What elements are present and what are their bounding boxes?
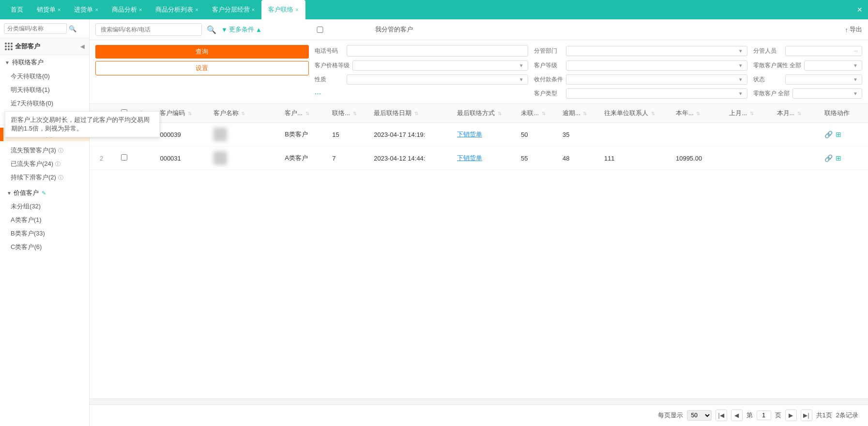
row2-history: 111 [600, 147, 672, 170]
grade-chevron: ▼ [738, 63, 743, 68]
my-customer-check[interactable] [267, 27, 373, 33]
sort-icon: ⇅ [188, 111, 192, 116]
sidebar-item-already-lost[interactable]: 已流失客户(24) ⓘ [0, 157, 89, 171]
value-triangle-icon: ▼ [7, 191, 12, 196]
cust-type-select[interactable]: ▼ [566, 88, 747, 99]
status-select[interactable]: ▼ [785, 74, 862, 85]
col-lastway-header[interactable]: 最后联络方式 ⇅ [453, 104, 517, 123]
prev-page-btn[interactable]: ◀ [731, 410, 743, 421]
nav-home[interactable]: 首页 [4, 0, 30, 19]
row2-action-icons: 🔗 ⊞ [824, 154, 864, 162]
search-input[interactable] [95, 23, 202, 36]
row1-lastway[interactable]: 下销货单 [453, 123, 517, 147]
sidebar-search-icon[interactable]: 🔍 [69, 25, 76, 32]
all-customers-header[interactable]: 全部客户 ◀ [0, 38, 89, 55]
row2-grid-icon[interactable]: ⊞ [836, 154, 841, 162]
export-icon: ↑ [845, 26, 849, 33]
row1-lastway-link[interactable]: 下销货单 [457, 131, 482, 138]
horizontal-scrollbar[interactable] [90, 398, 868, 404]
nav-customer-segment[interactable]: 客户分层经营 × [205, 0, 261, 19]
nav-sales[interactable]: 销货单 × [30, 0, 67, 19]
sidebar-item-ungroup[interactable]: 未分组(32) [0, 200, 89, 213]
row2-check[interactable] [113, 147, 135, 170]
col-contact-header[interactable]: 联络... ⇅ [328, 104, 370, 123]
nav-analysis-list[interactable]: 商品分析列表 × [149, 0, 205, 19]
row1-thisyear [672, 123, 725, 147]
row2-contact: 7 [328, 147, 370, 170]
sidebar-item-a-class[interactable]: A类客户(1) [0, 213, 89, 227]
row2-lastmonth [725, 147, 773, 170]
price-grade-select[interactable]: ▼ [352, 60, 528, 71]
main-layout: 🔍 全部客户 ◀ ▼ 待联络客户 今天待联络(0) 明天待联络(1) 近7天待联… [0, 19, 868, 426]
col-uncontact-header[interactable]: 未联... ⇅ [517, 104, 559, 123]
manager-select[interactable]: ··· [785, 46, 862, 56]
settings-button[interactable]: 设置 [95, 61, 309, 75]
sidebar-item-7days[interactable]: 近7天待联络(0) [0, 97, 89, 110]
value-group-header[interactable]: ▼ 价值客户 ✎ [0, 186, 89, 200]
page-number-input[interactable] [757, 411, 771, 420]
row1-grid-icon[interactable]: ⊞ [836, 131, 841, 138]
col-overdue-header[interactable]: 逾期... ⇅ [559, 104, 600, 123]
table-row: 1 000039 B类客户 15 2023-04-17 14:19: [90, 123, 868, 147]
row2-code: 000031 [156, 147, 209, 170]
col-thisyear-header[interactable]: 本年... ⇅ [672, 104, 725, 123]
nav-analysis[interactable]: 商品分析 × [105, 0, 149, 19]
row2-link-icon[interactable]: 🔗 [824, 154, 833, 162]
search-button[interactable]: 🔍 [207, 25, 216, 34]
nav-close-analysis-list[interactable]: × [195, 7, 198, 13]
sort-icon-thismonth: ⇅ [797, 111, 801, 116]
phone-input[interactable] [347, 45, 528, 57]
nav-close-customer-segment[interactable]: × [252, 7, 255, 13]
row1-history [600, 123, 672, 147]
sidebar-item-today[interactable]: 今天待联络(0) [0, 70, 89, 83]
sidebar-item-lost-warning[interactable]: 流失预警客户(3) ⓘ [0, 144, 89, 157]
sidebar-item-tomorrow[interactable]: 明天待联络(1) [0, 83, 89, 97]
sidebar-item-c-class[interactable]: C类客户(6) [0, 240, 89, 254]
nav-close-purchase[interactable]: × [95, 7, 98, 13]
row2-date: 2023-04-12 14:44: [370, 147, 453, 170]
retail-select[interactable]: ▼ [792, 88, 862, 99]
first-page-btn[interactable]: |◀ [716, 410, 727, 421]
next-page-btn[interactable]: ▶ [785, 410, 797, 421]
sort-icon-overdue: ⇅ [583, 111, 587, 116]
nav-purchase[interactable]: 进货单 × [67, 0, 105, 19]
last-page-btn[interactable]: ▶| [801, 410, 812, 421]
col-code-header[interactable]: 客户编码 ⇅ [156, 104, 209, 123]
total-records-label: 2条记录 [836, 411, 858, 420]
grade-select[interactable]: ▼ [566, 60, 747, 71]
row2-lastway-link[interactable]: 下销货单 [457, 154, 482, 162]
col-lastmonth-header[interactable]: 上月... ⇅ [725, 104, 773, 123]
row1-link-icon[interactable]: 🔗 [824, 131, 833, 138]
payment-select[interactable]: ▼ [566, 74, 747, 85]
pending-group-header[interactable]: ▼ 待联络客户 [0, 55, 89, 70]
row2-checkbox[interactable] [121, 154, 127, 161]
more-filter-button[interactable]: ▼ 更多条件 ▲ [221, 25, 262, 34]
nav-customer-contact[interactable]: 客户联络 × [261, 0, 305, 19]
retail-attr-select[interactable]: ▼ [804, 60, 862, 71]
row2-overdue: 48 [559, 147, 600, 170]
my-customer-checkbox[interactable]: 我分管的客户 [267, 25, 413, 34]
row1-avatar [213, 128, 227, 141]
col-history-header[interactable]: 往来单位联系人 ⇅ [600, 104, 672, 123]
nav-close-sales[interactable]: × [58, 7, 61, 13]
nav-close-customer-contact[interactable]: × [295, 7, 298, 13]
sidebar-search-input[interactable] [4, 23, 67, 34]
row2-lastway[interactable]: 下销货单 [453, 147, 517, 170]
nature-select[interactable]: ▼ [347, 74, 528, 85]
col-thismonth-header[interactable]: 本月... ⇅ [773, 104, 821, 123]
col-name-header[interactable]: 客户名称 ⇅ [210, 104, 281, 123]
export-button[interactable]: ↑ 导出 [845, 25, 863, 34]
col-date-header[interactable]: 最后联络日期 ⇅ [370, 104, 453, 123]
sidebar-item-b-class[interactable]: B类客户(33) [0, 227, 89, 240]
page-size-select[interactable]: 50 100 200 [687, 410, 712, 421]
filter-manager-row: 分管人员 ··· [753, 46, 862, 56]
query-button[interactable]: 查询 [95, 45, 309, 59]
sidebar-item-declining[interactable]: 持续下滑客户(2) ⓘ [0, 171, 89, 184]
nav-close-analysis[interactable]: × [139, 7, 142, 13]
col-type-header[interactable]: 客户... ⇅ [281, 104, 328, 123]
more-options-icon[interactable]: ··· [315, 89, 321, 98]
sort-icon-lastway: ⇅ [498, 111, 502, 116]
value-group-edit[interactable]: ✎ [42, 190, 46, 196]
dept-select[interactable]: ▼ [566, 46, 747, 56]
close-all-button[interactable]: × [857, 5, 862, 15]
